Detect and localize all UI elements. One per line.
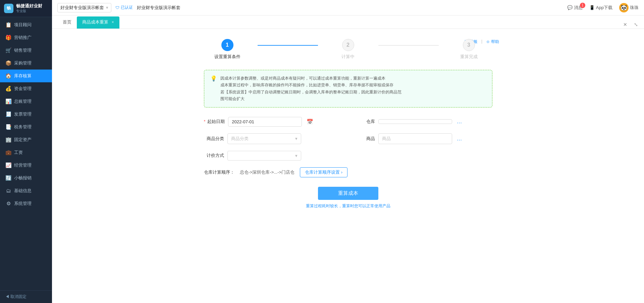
dropdown-icon: ▾ (106, 5, 108, 10)
sidebar-item-invoice[interactable]: 🧾 发票管理 (0, 108, 52, 121)
recalc-btn[interactable]: 重算成本 (318, 187, 378, 200)
sidebar-item-label: 基础信息 (14, 188, 32, 194)
purchase-icon: 📦 (5, 60, 11, 66)
account-name: 好业财专业版演示帐套 (60, 5, 104, 11)
tab-close-icon[interactable]: × (112, 20, 114, 25)
app-download-btn[interactable]: 📱 App下载 (589, 5, 612, 11)
assets-icon: 🏢 (5, 137, 11, 143)
steps-container: 1 设置重算条件 2 计算中 3 重算完成 (197, 39, 499, 60)
category-field: 商品分类 商品分类 ▾ (204, 133, 341, 144)
form-area: * 起始日期 📅 仓库 … 商品分类 商品分类 (204, 117, 492, 209)
warehouse-input[interactable] (378, 119, 452, 124)
sidebar-item-label: 发票管理 (14, 111, 32, 117)
notice-line2: 成本重算过程中，影响库存账的操作均不能操作，比如进货单、销货单、库存单据不能审核… (220, 82, 401, 88)
start-date-field: * 起始日期 📅 (204, 117, 341, 127)
sidebar-header: 畅 畅捷通好业财 专业版 (0, 0, 52, 17)
help-icon: ⊙ (486, 39, 491, 44)
sidebar-item-label: 经营管理 (14, 162, 32, 168)
step-3-circle: 3 (463, 39, 475, 51)
notice-line4: 围可能会扩大 (220, 95, 401, 102)
goods-label: 商品 (355, 136, 375, 142)
sidebar-footer[interactable]: ◀ 取消固定 (0, 290, 52, 303)
maximize-window-btn[interactable]: ⤡ (632, 20, 640, 29)
inventory-icon: 🏠 (5, 73, 11, 79)
sidebar-item-label: 小畅报销 (14, 175, 32, 181)
user-profile[interactable]: 🐼 珠珠 (619, 3, 639, 12)
pricing-select[interactable]: ▾ (227, 151, 301, 161)
notice-box: 💡 因成本计算参数调整、或是对商品成本有疑问时，可以通过成本重算功能，重新计算一… (204, 70, 492, 107)
category-dropdown-icon: ▾ (295, 136, 298, 141)
sidebar-item-label: 工资 (14, 149, 23, 156)
marketing-icon: 🎁 (5, 35, 11, 41)
notification-badge: 1 (580, 3, 585, 8)
sidebar-item-salary[interactable]: 💼 工资 (0, 146, 52, 159)
top-bar-right: 💬 消息 1 📱 App下载 🐼 珠珠 (567, 3, 639, 12)
app-name: 畅捷通好业财 (16, 3, 42, 9)
tax-icon: 📑 (5, 124, 11, 130)
close-window-btn[interactable]: ✕ (621, 20, 629, 29)
expense-icon: 🔄 (5, 175, 11, 181)
shield-icon: 🛡 (115, 5, 119, 10)
user-name: 珠珠 (630, 5, 639, 11)
message-icon: 💬 (567, 5, 573, 10)
sidebar-item-marketing[interactable]: 🎁 营销推广 (0, 31, 52, 44)
phone-icon: 📱 (589, 5, 595, 10)
sidebar-item-purchase[interactable]: 📦 采购管理 (0, 57, 52, 70)
sidebar-item-label: 系统管理 (14, 201, 32, 207)
app-download-label: App下载 (596, 5, 612, 11)
warehouse-more-icon[interactable]: … (455, 117, 464, 126)
pricing-field: 计价方式 ▾ (204, 151, 341, 161)
required-star: * (204, 119, 206, 124)
accounting-icon: 📊 (5, 98, 11, 104)
content-area: 1 设置重算条件 2 计算中 3 重算完成 (52, 29, 644, 303)
sidebar-item-basic[interactable]: 🗂 基础信息 (0, 184, 52, 197)
sidebar-item-finance[interactable]: 💰 资金管理 (0, 82, 52, 95)
finance-icon: 💰 (5, 86, 11, 92)
start-date-label: * 起始日期 (204, 119, 225, 125)
account-selector[interactable]: 好业财专业版演示帐套 ▾ (57, 3, 111, 12)
tab-bar: 首页 商品成本重算 × ✕ ⤡ (52, 15, 644, 29)
sidebar-item-label: 采购管理 (14, 60, 32, 66)
warning-icon: 💡 (210, 75, 217, 82)
sidebar-item-operations[interactable]: 📈 经营管理 (0, 159, 52, 172)
form-row-2: 商品分类 商品分类 ▾ 商品 商品 … (204, 133, 492, 144)
invoice-icon: 🧾 (5, 111, 11, 117)
sidebar-item-accounting[interactable]: 📊 总账管理 (0, 95, 52, 108)
app-edition: 专业版 (16, 9, 42, 13)
start-date-input[interactable] (228, 117, 302, 127)
window-controls: ✕ ⤡ (621, 20, 644, 29)
sales-icon: 🛒 (5, 47, 11, 53)
project-icon: 📋 (5, 22, 11, 28)
unpin-label: ◀ 取消固定 (5, 294, 26, 300)
sidebar-item-sales[interactable]: 🛒 销售管理 (0, 44, 52, 57)
sidebar-item-label: 营销推广 (14, 35, 32, 41)
tab-home[interactable]: 首页 (57, 16, 77, 29)
verified-detail: 好业财专业版演示帐套 (137, 5, 180, 11)
step-line-1 (258, 45, 318, 46)
notice-content: 因成本计算参数调整、或是对商品成本有疑问时，可以通过成本重算功能，重新计算一遍成… (220, 75, 401, 102)
notice-line3: 若【系统设置】中启用了自动调整记账日期时，会调整入库单的整单记账日期，因此重新计… (220, 89, 401, 95)
recalc-hint: 重算过程耗时较长，重算时您可以正常使用产品 (204, 203, 492, 209)
category-select[interactable]: 商品分类 ▾ (227, 133, 301, 144)
step-1: 1 设置重算条件 (197, 39, 258, 60)
top-bar: 好业财专业版演示帐套 ▾ 🛡 已认证 好业财专业版演示帐套 💬 消息 1 📱 A… (52, 0, 644, 15)
sidebar-item-assets[interactable]: 🏢 固定资产 (0, 133, 52, 146)
sidebar-item-tax[interactable]: 📑 税务管理 (0, 121, 52, 133)
tab-cost-recalc[interactable]: 商品成本重算 × (77, 16, 119, 29)
help-btn[interactable]: ⊙ 帮助 (486, 39, 499, 45)
app-title-block: 畅捷通好业财 专业版 (16, 3, 42, 13)
recalc-section: 重算成本 重算过程耗时较长，重算时您可以正常使用产品 (204, 187, 492, 209)
goods-more-icon[interactable]: … (455, 134, 464, 143)
message-btn[interactable]: 💬 消息 1 (567, 5, 583, 11)
sidebar-item-system[interactable]: ⚙ 系统管理 (0, 197, 52, 210)
sidebar-item-label: 资金管理 (14, 86, 32, 92)
warehouse-order-settings-btn[interactable]: 仓库计算顺序设置 › (300, 167, 347, 177)
goods-input[interactable]: 商品 (378, 133, 452, 144)
calendar-icon[interactable]: 📅 (307, 119, 313, 125)
sidebar-item-expense[interactable]: 🔄 小畅报销 (0, 172, 52, 184)
sidebar-item-project[interactable]: 📋 项目顾问 (0, 18, 52, 31)
avatar: 🐼 (619, 3, 629, 12)
salary-icon: 💼 (5, 149, 11, 156)
sidebar-item-inventory[interactable]: 🏠 库存核算 (0, 70, 52, 82)
basic-icon: 🗂 (5, 188, 11, 193)
